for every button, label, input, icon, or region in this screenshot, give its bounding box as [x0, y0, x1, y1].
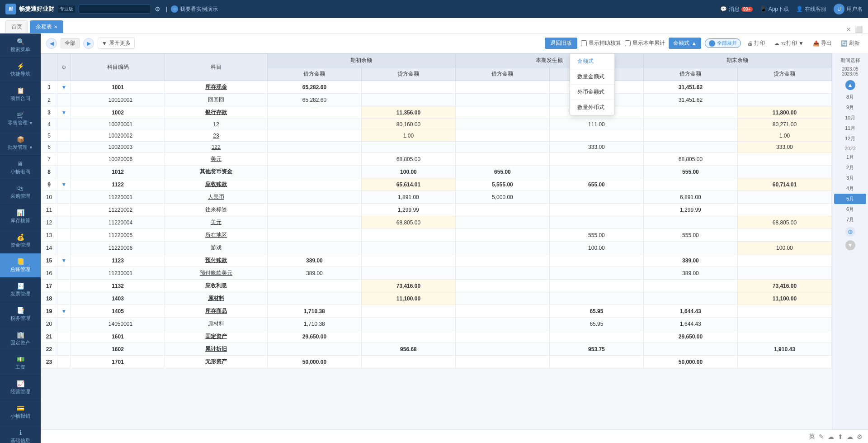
dropdown-item-amount[interactable]: 金额式 [570, 54, 614, 69]
tab-home[interactable]: 首页 [5, 20, 28, 33]
sidebar-item-inventory[interactable]: 📊 库存核算 [0, 205, 41, 229]
dropdown-item-qty-foreign[interactable]: 数量外币式 [570, 100, 614, 115]
table-row[interactable]: 原材料 [165, 292, 268, 305]
table-row[interactable]: 无形资产 [165, 356, 268, 368]
sidebar-item-project[interactable]: 📋 项目合同 [0, 82, 41, 107]
table-row[interactable]: 往来标签 [165, 204, 268, 216]
nav-back-btn[interactable]: ◀ [46, 38, 57, 49]
online-service-btn[interactable]: 👤 在线客服 [796, 5, 826, 13]
tab-maximize-icon[interactable]: ⬜ [855, 26, 863, 33]
nav-forward-btn[interactable]: ▶ [83, 38, 94, 49]
table-row[interactable]: 23 [165, 130, 268, 142]
expand-all-toggle[interactable]: 全部展开 [705, 38, 741, 48]
expand-toggle-icon[interactable]: ▼ [61, 257, 67, 264]
table-row: 65,282.60 [267, 94, 361, 106]
table-row[interactable]: 游戏 [165, 242, 268, 254]
month-2[interactable]: 2月 [834, 162, 866, 173]
settings2-icon[interactable]: ⚙ [857, 433, 863, 440]
table-row[interactable]: 122 [165, 142, 268, 153]
month-6[interactable]: 6月 [834, 204, 866, 214]
sidebar-item-retail[interactable]: 🛒 零售管理 ▼ [0, 107, 41, 131]
table-row[interactable]: 人民币 [165, 191, 268, 204]
expand-toggle-icon[interactable]: ▼ [61, 84, 67, 91]
export-btn[interactable]: 📤 导出 [810, 38, 835, 48]
expand-toggle-icon[interactable]: ▼ [61, 181, 67, 188]
sidebar-item-invoice[interactable]: 🧾 发票管理 [0, 278, 41, 302]
table-row[interactable]: 应收利息 [165, 280, 268, 292]
sidebar-item-funds[interactable]: 💰 资金管理 [0, 229, 41, 253]
sidebar-item-basic[interactable]: ℹ 基础信息 [0, 424, 41, 443]
table-row[interactable]: 累计折旧 [165, 343, 268, 356]
edit-icon[interactable]: ✎ [819, 433, 824, 440]
upload-icon[interactable]: ⬆ [838, 433, 843, 440]
month-10[interactable]: 10月 [834, 113, 866, 123]
sidebar-item-payroll[interactable]: 💵 工资 [0, 351, 41, 376]
table-row[interactable]: 库存商品 [165, 305, 268, 318]
view-mode-dropdown-btn[interactable]: 金额式 ▲ [669, 38, 701, 49]
demo-link[interactable]: ○ 我要看实例演示 [171, 5, 218, 13]
expand-toggle-icon[interactable]: ▼ [61, 308, 67, 314]
sidebar-item-ledger[interactable]: 📒 总账管理 [0, 253, 41, 278]
month-11[interactable]: 11月 [834, 123, 866, 133]
dropdown-item-qty-amount[interactable]: 数量金额式 [570, 69, 614, 85]
table-row[interactable]: 所在地区 [165, 229, 268, 242]
month-7[interactable]: 7月 [834, 214, 866, 225]
month-8[interactable]: 8月 [834, 92, 866, 102]
back-old-version-btn[interactable]: 退回旧版 [545, 38, 577, 49]
cloud-print-btn[interactable]: ☁ 云打印 ▼ [771, 38, 807, 48]
tab-close-all-icon[interactable]: ✕ [846, 26, 851, 33]
th-settings[interactable]: ⚙ [57, 54, 71, 81]
table-row[interactable]: 12 [165, 119, 268, 130]
tab-close-icon[interactable]: ✕ [54, 24, 57, 29]
table-row[interactable]: 美元 [165, 216, 268, 229]
month-1[interactable]: 1月 [834, 152, 866, 162]
tab-balance[interactable]: 余额表 ✕ [30, 20, 63, 33]
table-row[interactable]: 固定资产 [165, 330, 268, 343]
show-ytd-check[interactable]: 显示本年累计 [625, 39, 665, 47]
table-row[interactable]: 原材料 [165, 318, 268, 330]
refresh-btn[interactable]: 🔄 刷新 [838, 38, 863, 48]
period-expand-btn[interactable]: ⊕ [845, 227, 855, 237]
subsidiary-checkbox[interactable] [581, 40, 587, 46]
month-12[interactable]: 12月 [834, 133, 866, 144]
table-row[interactable]: 美元 [165, 153, 268, 166]
table-row: 5,000.00 [455, 191, 549, 204]
table-row[interactable]: 预付账款 [165, 254, 268, 267]
sidebar-item-purchase[interactable]: 🛍 采购管理 [0, 180, 41, 205]
sidebar-item-wholesale[interactable]: 📦 批发管理 ▼ [0, 131, 41, 156]
app-download-btn[interactable]: 📱 App下载 [760, 5, 789, 13]
show-subsidiary-check[interactable]: 显示辅助核算 [581, 39, 621, 47]
table-row[interactable]: 回回回 [165, 94, 268, 106]
sidebar-item-tax[interactable]: 📑 税务管理 [0, 302, 41, 327]
table-row[interactable]: 库存现金 [165, 81, 268, 94]
table-row[interactable]: 应收账款 [165, 178, 268, 191]
month-9[interactable]: 9月 [834, 102, 866, 113]
month-4[interactable]: 4月 [834, 183, 866, 194]
cloud-icon[interactable]: ☁ [828, 433, 834, 440]
month-5[interactable]: 5月 [834, 194, 866, 204]
print-btn[interactable]: 🖨 打印 [745, 38, 768, 48]
month-3[interactable]: 3月 [834, 173, 866, 183]
period-up-btn[interactable]: ▲ [845, 80, 855, 90]
sidebar-item-sales[interactable]: 💳 小畅报销 [0, 400, 41, 424]
message-btn[interactable]: 💬 消息 99 [720, 5, 753, 13]
table-settings-icon[interactable]: ⚙ [61, 64, 66, 71]
expand-more-btn[interactable]: ▼ 展开更多 [98, 38, 135, 49]
expand-toggle-icon[interactable]: ▼ [61, 110, 67, 116]
header-settings-icon[interactable]: ⚙ [155, 5, 160, 13]
table-row[interactable]: 银行存款 [165, 106, 268, 119]
user-area[interactable]: U 用户名 [834, 4, 863, 14]
header-search-input[interactable] [79, 5, 151, 14]
ytd-checkbox[interactable] [625, 40, 631, 46]
sidebar-item-assets[interactable]: 🏢 固定资产 [0, 327, 41, 351]
sidebar-item-operation[interactable]: 📈 经营管理 [0, 376, 41, 400]
table-row[interactable]: 预付账款美元 [165, 267, 268, 280]
cloud2-icon[interactable]: ☁ [847, 433, 853, 440]
lang-switcher[interactable]: 英 [809, 433, 815, 441]
table-row[interactable]: 其他货币资金 [165, 166, 268, 178]
sidebar-item-quicknav[interactable]: ⚡ 快捷导航 [0, 58, 41, 82]
sidebar-item-ecommerce[interactable]: 🖥 小畅电商 [0, 156, 41, 180]
period-down-btn[interactable]: ▼ [845, 240, 855, 250]
sidebar-item-search[interactable]: 🔍 搜索菜单 [0, 33, 41, 58]
dropdown-item-foreign-amount[interactable]: 外币金额式 [570, 85, 614, 100]
